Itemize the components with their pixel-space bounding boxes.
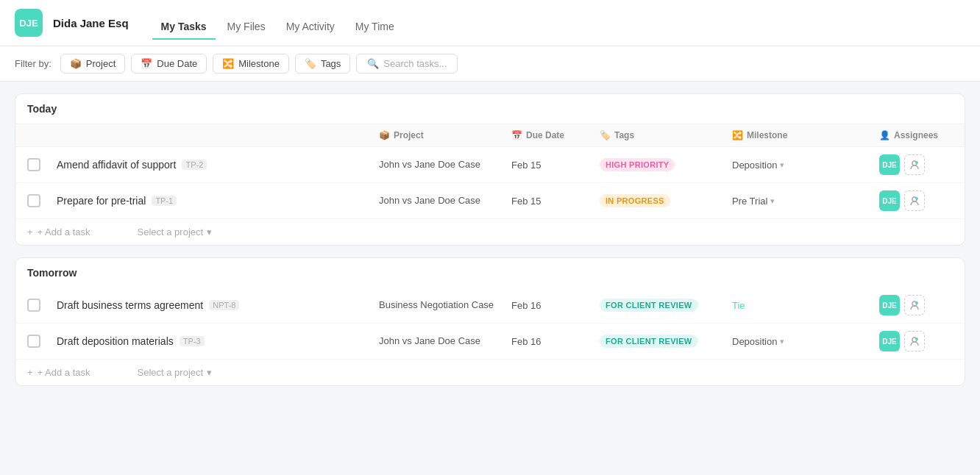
chevron-down-icon: ▾: [207, 367, 212, 378]
table-header: 📦 Project 📅 Due Date 🏷️ Tags 🔀 Milestone…: [15, 124, 965, 147]
tab-my-files[interactable]: My Files: [219, 15, 274, 40]
svg-point-3: [912, 338, 917, 342]
task-id: NPT-8: [209, 300, 239, 310]
task-assignees: DJE: [879, 331, 953, 351]
task-due-date: Feb 15: [511, 160, 600, 171]
tab-my-tasks[interactable]: My Tasks: [152, 15, 216, 40]
filter-project[interactable]: 📦 Project: [60, 54, 125, 74]
due-date-icon: 📅: [141, 58, 152, 69]
tab-my-activity[interactable]: My Activity: [277, 15, 344, 40]
task-project: John vs Jane Doe Case: [379, 194, 511, 207]
col-milestone: 🔀 Milestone: [732, 130, 879, 140]
task-name: Prepare for pre-trial TP-1: [57, 195, 379, 207]
table-row: Draft business terms agreement NPT-8 Bus…: [15, 288, 965, 324]
today-title: Today: [27, 103, 57, 115]
header: DJE Dida Jane Esq My Tasks My Files My A…: [0, 0, 980, 46]
col-tags: 🏷️ Tags: [600, 130, 732, 140]
task-tag: HIGH PRIORITY: [600, 158, 732, 171]
col-assignees-icon: 👤: [879, 130, 890, 140]
task-project: John vs Jane Doe Case: [379, 158, 511, 171]
tomorrow-title: Tomorrow: [27, 267, 77, 279]
svg-point-2: [912, 301, 917, 306]
task-assignees: DJE: [879, 154, 953, 175]
task-milestone[interactable]: Pre Trial ▾: [732, 196, 879, 207]
col-due-date: 📅 Due Date: [511, 130, 600, 140]
svg-point-1: [912, 197, 917, 201]
tag-badge: FOR CLIENT REVIEW: [600, 299, 698, 312]
filter-due-date-label: Due Date: [157, 58, 197, 69]
task-checkbox[interactable]: [27, 299, 40, 312]
task-name: Draft business terms agreement NPT-8: [57, 299, 379, 311]
task-checkbox[interactable]: [27, 335, 40, 348]
task-assignees: DJE: [879, 190, 953, 211]
task-checkbox[interactable]: [27, 158, 40, 171]
filter-bar: Filter by: 📦 Project 📅 Due Date 🔀 Milest…: [0, 46, 980, 82]
select-project-button[interactable]: Select a project ▾: [138, 367, 213, 378]
avatar: DJE: [879, 154, 900, 175]
task-checkbox[interactable]: [27, 194, 40, 207]
task-id: TP-2: [182, 160, 207, 170]
chevron-down-icon: ▾: [207, 226, 212, 238]
add-assignee-button[interactable]: [904, 154, 925, 175]
search-button[interactable]: 🔍 Search tasks...: [356, 54, 458, 74]
task-due-date: Feb 16: [511, 300, 600, 311]
col-project-icon: 📦: [379, 130, 390, 140]
chevron-down-icon: ▾: [780, 337, 784, 346]
task-tag: IN PROGRESS: [600, 194, 732, 207]
task-tag: FOR CLIENT REVIEW: [600, 299, 732, 312]
task-milestone[interactable]: Deposition ▾: [732, 160, 879, 171]
chevron-down-icon: ▾: [780, 160, 784, 170]
task-name: Draft deposition materials TP-3: [57, 335, 379, 347]
task-assignees: DJE: [879, 295, 953, 315]
tomorrow-section: Tomorrow Draft business terms agreement …: [15, 257, 965, 386]
svg-point-0: [912, 161, 917, 165]
col-project: 📦 Project: [379, 130, 511, 140]
tag-badge: HIGH PRIORITY: [600, 158, 675, 171]
select-project-button[interactable]: Select a project ▾: [138, 226, 213, 238]
task-milestone[interactable]: Deposition ▾: [732, 336, 879, 347]
col-due-date-icon: 📅: [511, 130, 522, 140]
col-assignees: 👤 Assignees: [879, 130, 953, 140]
col-tags-icon: 🏷️: [600, 130, 611, 140]
add-task-button[interactable]: + + Add a task: [27, 226, 90, 238]
filter-label: Filter by:: [15, 58, 52, 69]
chevron-down-icon: ▾: [770, 196, 775, 206]
task-project: John vs Jane Doe Case: [379, 335, 511, 348]
user-name: Dida Jane Esq: [53, 17, 129, 29]
task-milestone[interactable]: Tie: [732, 300, 879, 311]
tomorrow-section-header: Tomorrow: [15, 258, 965, 288]
filter-tags[interactable]: 🏷️ Tags: [295, 54, 350, 74]
avatar: DJE: [879, 331, 900, 351]
task-due-date: Feb 15: [511, 196, 600, 207]
filter-milestone-label: Milestone: [238, 58, 280, 69]
tag-badge: FOR CLIENT REVIEW: [600, 335, 698, 348]
nav-tabs: My Tasks My Files My Activity My Time: [152, 15, 403, 40]
add-task-row: + + Add a task Select a project ▾: [15, 360, 965, 385]
tab-my-time[interactable]: My Time: [347, 15, 403, 40]
add-assignee-button[interactable]: [904, 190, 925, 211]
avatar: DJE: [879, 190, 900, 211]
task-id: TP-1: [152, 196, 177, 206]
plus-icon: +: [27, 367, 33, 378]
add-task-button[interactable]: + + Add a task: [27, 367, 90, 378]
add-assignee-button[interactable]: [904, 295, 925, 315]
filter-due-date[interactable]: 📅 Due Date: [131, 54, 207, 74]
task-name: Amend affidavit of support TP-2: [57, 159, 379, 171]
milestone-icon: 🔀: [222, 58, 234, 69]
tag-badge: IN PROGRESS: [600, 194, 670, 207]
add-assignee-button[interactable]: [904, 331, 925, 351]
project-icon: 📦: [70, 58, 82, 69]
filter-project-label: Project: [86, 58, 116, 69]
plus-icon: +: [27, 226, 33, 238]
filter-milestone[interactable]: 🔀 Milestone: [213, 54, 289, 74]
add-task-row: + + Add a task Select a project ▾: [15, 219, 965, 245]
search-icon: 🔍: [367, 58, 379, 69]
col-milestone-icon: 🔀: [732, 130, 743, 140]
main-content: Today 📦 Project 📅 Due Date 🏷️ Tags 🔀 Mil…: [0, 82, 980, 398]
task-project: Business Negotiation Case: [379, 299, 511, 312]
today-section-header: Today: [15, 94, 965, 124]
table-row: Amend affidavit of support TP-2 John vs …: [15, 147, 965, 183]
task-tag: FOR CLIENT REVIEW: [600, 335, 732, 348]
task-id: TP-3: [180, 336, 205, 346]
search-placeholder: Search tasks...: [383, 58, 447, 69]
